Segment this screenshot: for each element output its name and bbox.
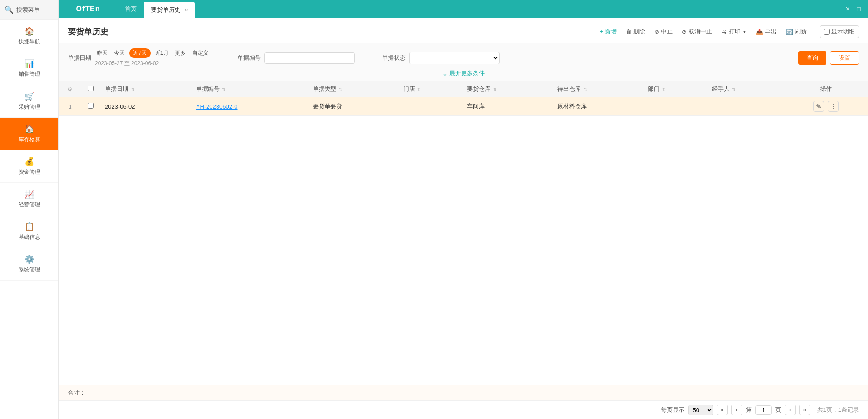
date-btn-today[interactable]: 今天 (112, 49, 127, 57)
sort-billno-icon[interactable]: ⇅ (222, 87, 226, 92)
row-edit-btn[interactable]: ✎ (813, 101, 824, 112)
date-btn-yesterday[interactable]: 昨天 (95, 49, 109, 57)
toolbar: + 新增 🗑 删除 ⊘ 中止 ⊘ 取消中止 🖨 打 (598, 25, 859, 38)
sort-reqwh-icon[interactable]: ⇅ (493, 87, 497, 92)
first-page-btn[interactable]: « (717, 405, 728, 415)
col-store[interactable]: 门店 ⇅ (398, 81, 462, 97)
delete-btn[interactable]: 🗑 删除 (624, 26, 647, 38)
toolbar-divider (814, 28, 814, 35)
page-label: 第 (746, 406, 752, 414)
bill-no-label: 单据编号 (237, 54, 261, 62)
bill-no-input[interactable] (264, 52, 355, 64)
export-btn[interactable]: 📤 导出 (754, 26, 778, 38)
sidebar-item-search[interactable]: 🔍 搜索菜单 (0, 0, 58, 20)
table-footer: 合计： (59, 385, 868, 400)
sidebar-item-home[interactable]: 🏠 快捷导航 (0, 20, 58, 52)
display-detail-label: 显示明细 (831, 28, 855, 36)
sort-dept-icon[interactable]: ⇅ (662, 87, 666, 92)
col-req-warehouse[interactable]: 要货仓库 ⇅ (462, 81, 552, 97)
purchase-icon: 🛒 (24, 91, 34, 101)
col-handler[interactable]: 经手人 ⇅ (707, 81, 784, 97)
tab-home[interactable]: 首页 (118, 0, 144, 18)
sidebar-item-label: 销售管理 (19, 71, 40, 78)
sort-store-icon[interactable]: ⇅ (417, 87, 421, 92)
status-select[interactable] (409, 52, 500, 64)
row-more-btn[interactable]: ⋮ (828, 101, 839, 112)
basic-icon: 📋 (24, 222, 34, 232)
window-maximize-btn[interactable]: □ (855, 5, 863, 14)
expand-more-icon: ⌄ (443, 70, 448, 77)
operations-icon: 📈 (24, 189, 34, 199)
date-filter-label: 单据日期 (68, 54, 91, 62)
sidebar-item-label: 资金管理 (19, 168, 40, 176)
col-pending-warehouse[interactable]: 待出仓库 ⇅ (552, 81, 642, 97)
row-bill-no-link[interactable]: YH-20230602-0 (196, 103, 238, 110)
row-pending-warehouse: 原材料仓库 (552, 97, 642, 116)
stop-btn[interactable]: ⊘ 中止 (652, 26, 675, 38)
col-bill-no[interactable]: 单据编号 ⇅ (191, 81, 307, 97)
stop-label: 中止 (661, 28, 673, 36)
date-quick-options: 昨天 今天 近7天 近1月 更多 自定义 (95, 48, 210, 58)
table-settings-col[interactable]: ⚙ (59, 81, 81, 97)
col-bill-type[interactable]: 单据类型 ⇅ (307, 81, 398, 97)
sidebar-item-finance[interactable]: 💰 资金管理 (0, 150, 58, 183)
row-checkbox[interactable] (81, 97, 99, 116)
refresh-label: 刷新 (795, 28, 807, 36)
row-bill-type: 要货单要货 (307, 97, 398, 116)
filter-area: 单据日期 昨天 今天 近7天 近1月 更多 自定义 2023-05-27 至 2… (59, 43, 868, 81)
prev-page-btn[interactable]: ‹ (731, 405, 742, 415)
sidebar-item-system[interactable]: ⚙️ 系统管理 (0, 248, 58, 281)
sidebar-item-operations[interactable]: 📈 经营管理 (0, 183, 58, 215)
status-label: 单据状态 (382, 54, 406, 62)
print-btn[interactable]: 🖨 打印 ▼ (719, 26, 749, 38)
page-number-input[interactable] (755, 405, 772, 415)
window-close-btn[interactable]: × (844, 4, 851, 14)
date-range-display: 2023-05-27 至 2023-06-02 (95, 60, 210, 67)
row-date: 2023-06-02 (99, 97, 191, 116)
tab-active-label: 要货单历史 (151, 6, 180, 14)
cancel-stop-btn[interactable]: ⊘ 取消中止 (680, 26, 714, 38)
refresh-btn[interactable]: 🔄 刷新 (784, 26, 808, 38)
settings-btn[interactable]: 设置 (830, 51, 859, 65)
sort-date-icon[interactable]: ⇅ (131, 87, 135, 92)
delete-icon: 🗑 (626, 29, 632, 35)
export-icon: 📤 (756, 29, 763, 35)
bill-no-filter: 单据编号 (237, 52, 355, 64)
sidebar-item-label: 经营管理 (19, 201, 40, 209)
sidebar-item-purchase[interactable]: 🛒 采购管理 (0, 85, 58, 118)
print-dropdown-icon[interactable]: ▼ (742, 29, 747, 34)
date-btn-more[interactable]: 更多 (173, 49, 188, 57)
display-detail-toggle[interactable]: 显示明细 (820, 25, 859, 38)
brand: OfTEn (59, 0, 118, 18)
col-department[interactable]: 部门 ⇅ (642, 81, 707, 97)
date-btn-custom[interactable]: 自定义 (190, 49, 210, 57)
sidebar-item-sales[interactable]: 📊 销售管理 (0, 52, 58, 85)
system-icon: ⚙️ (24, 254, 34, 264)
per-page-select[interactable]: 50 100 (688, 405, 713, 415)
next-page-btn[interactable]: › (785, 405, 796, 415)
expand-more-btn[interactable]: ⌄ 展开更多条件 (68, 69, 859, 77)
col-date[interactable]: 单据日期 ⇅ (99, 81, 191, 97)
display-detail-checkbox[interactable] (824, 29, 830, 35)
last-page-btn[interactable]: » (799, 405, 810, 415)
sort-pendingwh-icon[interactable]: ⇅ (584, 87, 587, 92)
query-btn[interactable]: 查询 (798, 51, 826, 65)
date-btn-1month[interactable]: 近1月 (153, 49, 171, 57)
sidebar-item-basic[interactable]: 📋 基础信息 (0, 215, 58, 248)
row-select-checkbox[interactable] (88, 103, 94, 109)
tab-close-icon[interactable]: × (185, 7, 188, 13)
row-department (642, 97, 707, 116)
tabbar-controls: × □ (844, 4, 868, 14)
new-btn[interactable]: + 新增 (598, 26, 618, 38)
select-all-checkbox[interactable] (88, 86, 94, 91)
tab-active[interactable]: 要货单历史 × (144, 2, 195, 18)
sidebar-item-label: 系统管理 (19, 266, 40, 274)
col-ops: 操作 (784, 81, 868, 97)
sort-billtype-icon[interactable]: ⇅ (339, 87, 342, 92)
date-btn-7days[interactable]: 近7天 (129, 48, 151, 58)
sidebar-item-inventory[interactable]: 🏠 库存核算 (0, 118, 58, 150)
cancel-stop-icon: ⊘ (682, 29, 687, 35)
sort-handler-icon[interactable]: ⇅ (732, 87, 736, 92)
export-label: 导出 (765, 28, 777, 36)
inventory-icon: 🏠 (24, 124, 34, 134)
